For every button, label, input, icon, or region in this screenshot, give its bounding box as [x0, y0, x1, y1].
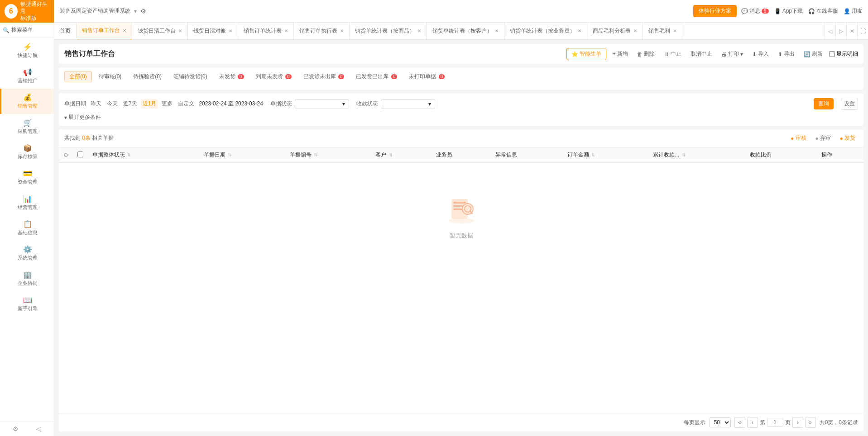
tab-home[interactable]: 首页 — [54, 23, 77, 40]
pause-button[interactable]: ⏸ 中止 — [661, 48, 684, 60]
collapse-icon[interactable]: ◁ — [36, 425, 41, 432]
last-page-btn[interactable]: » — [805, 417, 816, 428]
tab-sales-workbench[interactable]: 销售订单工作台 ✕ — [77, 23, 132, 40]
uncheck-button[interactable]: ● 弃审 — [813, 133, 834, 143]
settings-topbar-icon[interactable]: ⚙ — [140, 8, 146, 15]
tab-sales-exec[interactable]: 销售订单执行表 ✕ — [294, 23, 350, 40]
filter-tab-wangpu-ship[interactable]: 旺铺待发货(0) — [168, 71, 212, 82]
receipt-select[interactable]: ▾ — [381, 99, 435, 109]
tab-close-icon[interactable]: ✕ — [123, 28, 126, 33]
select-all-checkbox[interactable] — [77, 152, 83, 157]
sidebar-item-marketing[interactable]: 📢 营销推广 — [0, 63, 54, 89]
sidebar-item-operations[interactable]: 📊 经营管理 — [0, 190, 54, 215]
date-opt-yesterday[interactable]: 昨天 — [89, 99, 103, 109]
date-opt-custom[interactable]: 自定义 — [176, 99, 196, 109]
app-download-button[interactable]: 📱 App下载 — [774, 7, 803, 15]
online-service-button[interactable]: 🎧 在线客服 — [808, 7, 838, 15]
tab-fullscreen-btn[interactable]: ⛶ — [857, 23, 868, 40]
delete-button[interactable]: 🗑 删除 — [634, 48, 657, 60]
date-opt-7days[interactable]: 近7天 — [121, 99, 139, 109]
tab-cash-reconcile[interactable]: 钱货日清对账 ✕ — [188, 23, 238, 40]
tab-scroll-right-btn[interactable]: ▷ — [835, 23, 846, 40]
sidebar-item-finance[interactable]: 💳 资金管理 — [0, 165, 54, 190]
smart-generate-button[interactable]: ⭐ 智能生单 — [566, 48, 606, 60]
sort-icon[interactable]: ⇅ — [228, 152, 231, 157]
settings-icon[interactable]: ⚙ — [13, 425, 19, 432]
tab-sales-stat-staff[interactable]: 销货单统计表（按业务员） ✕ — [504, 23, 587, 40]
prev-page-btn[interactable]: ‹ — [747, 417, 758, 428]
print-button[interactable]: 🖨 打印 ▾ — [719, 48, 746, 60]
filter-tab-shipped-out[interactable]: 已发货已出库 0 — [351, 71, 402, 82]
filter-tab-shipped-not-out[interactable]: 已发货未出库 0 — [298, 71, 350, 82]
page-number-input[interactable] — [767, 418, 783, 427]
filter-tab-pending-review[interactable]: 待审核(0) — [94, 71, 127, 82]
export-button[interactable]: ⬆ 导出 — [775, 48, 797, 60]
sidebar-item-inventory[interactable]: 📦 库存核算 — [0, 139, 54, 165]
refresh-button[interactable]: 🔄 刷新 — [801, 48, 825, 60]
col-settings[interactable]: ⚙ — [59, 147, 73, 163]
sidebar-item-label: 经营管理 — [18, 204, 38, 211]
show-detail-checkbox-wrapper[interactable]: 显示明细 — [829, 50, 858, 58]
sidebar-item-basic-info[interactable]: 📋 基础信息 — [0, 215, 54, 241]
filter-tab-not-shipped[interactable]: 未发货 0 — [214, 71, 249, 82]
tab-close-icon[interactable]: ✕ — [417, 28, 421, 33]
tab-sales-stats[interactable]: 销售订单统计表 ✕ — [238, 23, 294, 40]
tab-close-all-btn[interactable]: ✕ — [846, 23, 857, 40]
tab-sales-stat-product[interactable]: 销货单统计表（按商品） ✕ — [350, 23, 427, 40]
tab-cash-daily[interactable]: 钱货日清工作台 ✕ — [132, 23, 188, 40]
cancel-pause-button[interactable]: 取消中止 — [688, 48, 715, 60]
filter-tab-all[interactable]: 全部(0) — [64, 71, 92, 82]
col-checkbox[interactable] — [73, 147, 88, 163]
ship-button[interactable]: ● 发货 — [837, 133, 858, 143]
sort-icon[interactable]: ⇅ — [127, 152, 131, 157]
tab-scroll-left-btn[interactable]: ◁ — [825, 23, 835, 40]
tab-close-icon[interactable]: ✕ — [578, 28, 581, 33]
date-opt-more[interactable]: 更多 — [160, 99, 174, 109]
tab-sales-profit[interactable]: 销售毛利 ✕ — [643, 23, 682, 40]
tab-close-icon[interactable]: ✕ — [340, 28, 344, 33]
sort-icon[interactable]: ⇅ — [314, 152, 317, 157]
first-page-btn[interactable]: « — [734, 417, 745, 428]
table-wrapper: ⚙ 单据整体状态 ⇅ 单据日期 ⇅ 单据编号 — [59, 147, 863, 413]
tab-close-icon[interactable]: ✕ — [284, 28, 288, 33]
sidebar-item-sales[interactable]: 💰 销售管理 — [0, 89, 54, 114]
tab-close-icon[interactable]: ✕ — [633, 28, 637, 33]
filter-tab-unprinted[interactable]: 未打印单据 0 — [404, 71, 450, 82]
per-page-select[interactable]: 50 — [709, 417, 731, 427]
next-page-btn[interactable]: › — [792, 417, 803, 428]
sidebar-item-purchase[interactable]: 🛒 采购管理 — [0, 114, 54, 139]
tab-close-icon[interactable]: ✕ — [673, 28, 676, 33]
tab-close-icon[interactable]: ✕ — [178, 28, 182, 33]
sidebar-item-label: 库存核算 — [18, 153, 38, 160]
sidebar-search[interactable]: 🔍 搜索菜单 — [0, 23, 54, 38]
solution-button[interactable]: 体验行业方案 — [693, 5, 737, 17]
settings-button[interactable]: 设置 — [841, 98, 858, 110]
date-opt-today[interactable]: 今天 — [105, 99, 120, 109]
sort-icon[interactable]: ⇅ — [682, 152, 686, 157]
import-button[interactable]: ⬇ 导入 — [749, 48, 772, 60]
sort-icon[interactable]: ⇅ — [591, 152, 595, 157]
tab-sales-stat-customer[interactable]: 销货单统计表（按客户） ✕ — [427, 23, 504, 40]
tab-gross-profit[interactable]: 商品毛利分析表 ✕ — [587, 23, 643, 40]
sort-icon[interactable]: ⇅ — [389, 152, 393, 157]
sidebar-item-guide[interactable]: 📖 新手引导 — [0, 291, 54, 317]
tab-close-icon[interactable]: ✕ — [229, 28, 232, 33]
filter-tab-overdue[interactable]: 到期未发货 0 — [251, 71, 297, 82]
sidebar-item-enterprise[interactable]: 🏢 企业协同 — [0, 266, 54, 291]
filter-tab-pending-check[interactable]: 待拣验货(0) — [128, 71, 167, 82]
dropdown-arrow-icon[interactable]: ▾ — [134, 8, 137, 14]
query-button[interactable]: 查询 — [814, 98, 834, 109]
user-button[interactable]: 👤 用友 — [844, 7, 863, 15]
review-button[interactable]: ● 审核 — [788, 133, 809, 143]
date-opt-1month[interactable]: 近1月 — [141, 99, 158, 109]
show-detail-checkbox[interactable] — [829, 51, 835, 57]
message-button[interactable]: 💬 消息 6 — [741, 7, 769, 15]
expand-conditions-button[interactable]: ▾ 展开更多条件 — [64, 114, 858, 121]
col-staff: 业务员 — [432, 147, 491, 163]
add-button[interactable]: + 新增 — [610, 48, 631, 60]
tab-close-icon[interactable]: ✕ — [495, 28, 499, 33]
status-select[interactable]: ▾ — [295, 99, 349, 109]
basic-info-icon: 📋 — [23, 220, 32, 228]
sidebar-item-quick-nav[interactable]: ⚡ 快捷导航 — [0, 38, 54, 63]
sidebar-item-system[interactable]: ⚙️ 系统管理 — [0, 241, 54, 266]
